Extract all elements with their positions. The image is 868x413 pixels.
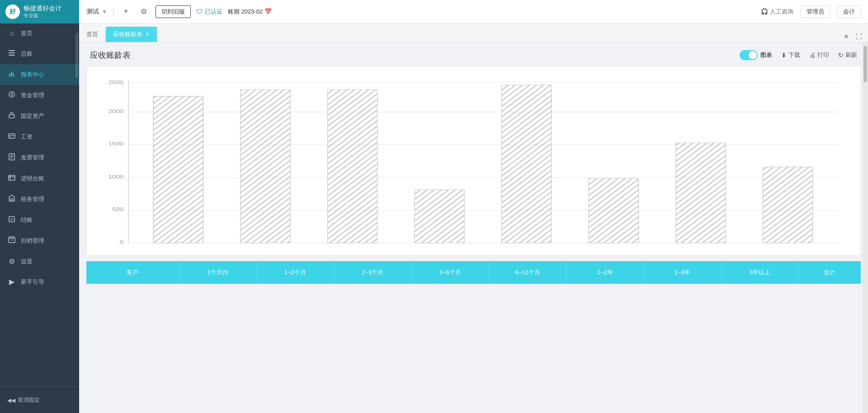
- svg-rect-13: [9, 175, 15, 180]
- add-module-button[interactable]: +: [120, 6, 132, 18]
- sidebar: 好 畅捷通好会计 专业版 ⌂ 首页 总账 报表中心: [0, 0, 79, 413]
- sidebar-item-reports[interactable]: 报表中心: [0, 64, 79, 85]
- certified-label: 已认证: [205, 8, 222, 16]
- sidebar-item-tax[interactable]: 税务管理: [0, 189, 79, 210]
- sidebar-item-label-archive: 归档管理: [21, 237, 44, 245]
- sidebar-item-funds[interactable]: 资金管理: [0, 85, 79, 106]
- svg-text:1500: 1500: [108, 141, 124, 147]
- refresh-label: 刷新: [845, 51, 857, 59]
- sidebar-item-label-closing: 结账: [21, 216, 33, 224]
- archive-icon: [7, 236, 16, 245]
- topbar: 测试 ▼ | + ⚙ 切到旧版 🛡 已认证 账期 2023-02 📅 🎧 人工咨…: [79, 0, 868, 23]
- svg-rect-34: [153, 96, 203, 243]
- svg-rect-48: [763, 167, 813, 243]
- sidebar-item-label-ledger: 总账: [21, 50, 33, 58]
- table-header-1-2m: 1~2个月: [257, 261, 334, 284]
- print-icon: 🖨: [809, 52, 816, 59]
- table-header-3-6m: 3~6个月: [411, 261, 489, 284]
- sidebar-item-label-invoice: 发票管理: [21, 154, 44, 162]
- settings-button[interactable]: ⚙: [137, 5, 150, 18]
- svg-rect-1: [9, 52, 15, 53]
- main-area: 测试 ▼ | + ⚙ 切到旧版 🛡 已认证 账期 2023-02 📅 🎧 人工咨…: [79, 0, 868, 413]
- sidebar-item-ledger[interactable]: 总账: [0, 43, 79, 64]
- calendar-icon[interactable]: 📅: [264, 8, 272, 15]
- sidebar-bottom: ◀◀ 取消固定: [0, 387, 79, 413]
- consulting-button[interactable]: 🎧 人工咨询: [761, 8, 793, 16]
- close-window-button[interactable]: ✕: [841, 31, 852, 42]
- sidebar-item-purchase-sales[interactable]: 进销台账: [0, 168, 79, 189]
- sidebar-item-label-salary: 工资: [21, 133, 33, 141]
- manager-button[interactable]: 管理员: [801, 5, 830, 18]
- cancel-fixed-label: 取消固定: [18, 396, 40, 404]
- page-header: 应收账龄表 图表 ⬇ 下载 🖨 打印 ↻ 刷新: [79, 42, 868, 66]
- maximize-window-button[interactable]: ⛶: [854, 31, 864, 42]
- certified-icon: 🛡: [196, 8, 203, 15]
- sidebar-item-archive[interactable]: 归档管理: [0, 230, 79, 251]
- logo-icon: 好: [5, 5, 20, 19]
- period-label: 账期: [228, 8, 240, 16]
- tab-close-ar-aging[interactable]: ✕: [145, 31, 150, 38]
- headset-icon: 🎧: [761, 8, 768, 15]
- switch-version-button[interactable]: 切到旧版: [156, 5, 191, 18]
- closing-icon: [7, 216, 16, 225]
- cancel-fixed-btn[interactable]: ◀◀ 取消固定: [0, 392, 79, 408]
- svg-rect-44: [589, 178, 638, 243]
- svg-rect-40: [415, 190, 464, 243]
- sidebar-item-invoice[interactable]: 发票管理: [0, 147, 79, 168]
- ledger-icon: [7, 49, 16, 58]
- tab-home[interactable]: 首页: [79, 27, 106, 42]
- svg-rect-38: [328, 90, 377, 243]
- sidebar-item-label-reports: 报表中心: [21, 70, 44, 79]
- chart-toggle[interactable]: [740, 50, 758, 60]
- svg-rect-0: [9, 50, 15, 51]
- pin-icon: ◀◀: [7, 397, 15, 404]
- sidebar-item-closing[interactable]: 结账: [0, 210, 79, 230]
- table-header-1m: 1个月内: [179, 261, 257, 284]
- sidebar-logo: 好 畅捷通好会计 专业版: [0, 0, 79, 23]
- app-edition: 专业版: [24, 12, 61, 19]
- table-header-3y-plus: 3年以上: [722, 261, 799, 284]
- sidebar-item-label-purchase-sales: 进销台账: [21, 174, 44, 183]
- table-header: 客户 1个月内 1~2个月 2~3个月 3~6个月 6~12个月 1~2年 2~…: [86, 261, 861, 284]
- table-header-2-3y: 2~3年: [644, 261, 721, 284]
- page-title: 应收账龄表: [90, 50, 131, 61]
- tax-icon: [7, 195, 16, 204]
- purchase-sales-icon: [7, 174, 16, 183]
- table-header-2-3m: 2~3个月: [334, 261, 411, 284]
- sidebar-item-label-settings: 设置: [21, 258, 33, 266]
- print-button[interactable]: 🖨 打印: [809, 51, 829, 59]
- download-icon: ⬇: [781, 52, 787, 59]
- scrollbar-thumb[interactable]: [863, 46, 867, 82]
- settings-icon: ⚙: [7, 257, 16, 266]
- svg-rect-5: [9, 115, 14, 118]
- download-button[interactable]: ⬇ 下载: [781, 51, 800, 59]
- svg-text:2000: 2000: [108, 108, 124, 114]
- topbar-divider-1: |: [113, 7, 115, 16]
- tab-ar-aging[interactable]: 应收账龄表 ✕: [106, 27, 157, 42]
- scrollbar-track[interactable]: [863, 42, 868, 413]
- invoice-icon: [7, 153, 16, 162]
- svg-text:2500: 2500: [108, 80, 124, 85]
- sidebar-item-settings[interactable]: ⚙ 设置: [0, 251, 79, 272]
- svg-rect-36: [241, 90, 290, 243]
- svg-rect-16: [11, 199, 13, 201]
- accountant-button[interactable]: 会计: [837, 5, 861, 18]
- refresh-icon: ↻: [838, 52, 844, 59]
- refresh-button[interactable]: ↻ 刷新: [838, 51, 857, 59]
- tab-home-label: 首页: [86, 30, 98, 38]
- sidebar-item-home[interactable]: ⌂ 首页: [0, 23, 79, 43]
- header-actions: 图表 ⬇ 下载 🖨 打印 ↻ 刷新: [740, 50, 857, 60]
- reports-icon: [7, 70, 16, 79]
- sidebar-item-assets[interactable]: 固定资产: [0, 106, 79, 127]
- module-selector[interactable]: 测试 ▼: [86, 8, 107, 16]
- svg-rect-6: [9, 134, 15, 138]
- sidebar-item-salary[interactable]: 工资: [0, 127, 79, 147]
- print-label: 打印: [817, 51, 829, 59]
- guide-icon: ▶: [7, 277, 16, 286]
- period-value: 2023-02: [241, 8, 263, 15]
- table-header-total: 合计: [799, 261, 861, 284]
- sidebar-item-guide[interactable]: ▶ 新手引导: [0, 272, 79, 292]
- period-info: 账期 2023-02 📅: [228, 8, 272, 16]
- svg-rect-46: [676, 143, 726, 243]
- svg-text:0: 0: [120, 239, 123, 245]
